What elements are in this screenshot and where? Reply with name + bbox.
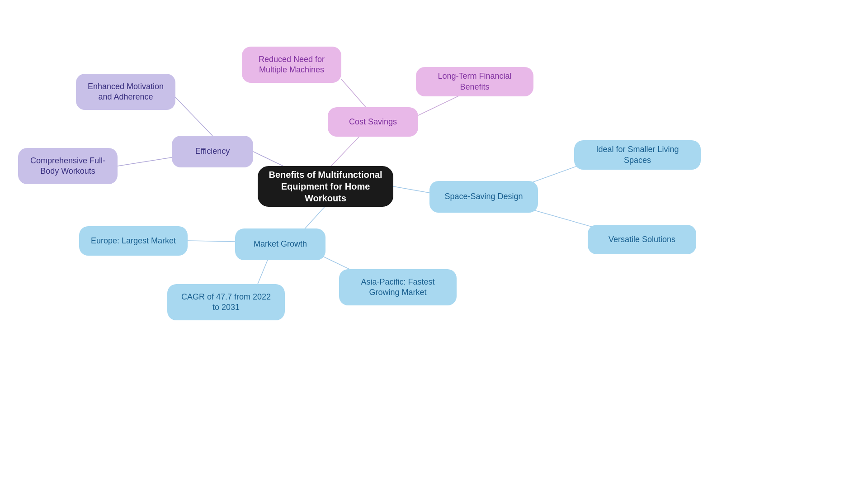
svg-line-9	[303, 206, 326, 231]
efficiency-node: Efficiency	[172, 136, 253, 167]
asia-pacific-node: Asia-Pacific: Fastest Growing Market	[339, 269, 457, 305]
versatile-solutions-node: Versatile Solutions	[588, 225, 696, 254]
cagr-node: CAGR of 47.7 from 2022 to 2031	[167, 284, 285, 320]
longterm-financial-node: Long-Term Financial Benefits	[416, 67, 533, 96]
center-node: Benefits of Multifunctional Equipment fo…	[258, 166, 393, 207]
reduced-machines-node: Reduced Need for Multiple Machines	[242, 47, 341, 83]
europe-market-node: Europe: Largest Market	[79, 226, 188, 256]
cost-savings-node: Cost Savings	[328, 107, 418, 137]
enhanced-motivation-node: Enhanced Motivation and Adherence	[76, 74, 175, 110]
market-growth-node: Market Growth	[235, 228, 326, 260]
space-saving-node: Space-Saving Design	[429, 181, 538, 213]
ideal-smaller-spaces-node: Ideal for Smaller Living Spaces	[574, 140, 701, 170]
comprehensive-workouts-node: Comprehensive Full-Body Workouts	[18, 148, 118, 184]
svg-line-1	[175, 97, 212, 136]
